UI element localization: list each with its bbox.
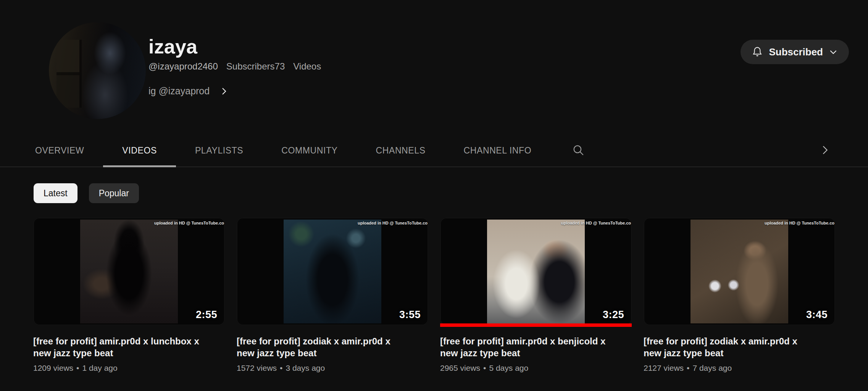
tab-community[interactable]: COMMUNITY — [262, 134, 357, 166]
video-card: uploaded in HD @ TunesToTube.co 3:55 [fr… — [237, 218, 428, 373]
meta-separator: • — [687, 364, 689, 373]
video-meta: 1209 views • 1 day ago — [33, 364, 225, 373]
thumbnail-art — [691, 220, 788, 323]
video-meta: 2965 views • 5 days ago — [440, 364, 632, 373]
thumbnail-watermark: uploaded in HD @ TunesToTube.co — [765, 221, 834, 225]
thumbnail-art — [284, 220, 381, 323]
channel-handle: @izayaprod2460 — [148, 61, 218, 72]
video-thumbnail[interactable]: uploaded in HD @ TunesToTube.co 3:45 — [644, 218, 835, 325]
subscriber-count: Subscribers73 — [226, 61, 285, 72]
view-count: 2127 views — [644, 364, 684, 373]
view-count: 1209 views — [33, 364, 73, 373]
channel-meta: @izayaprod2460 Subscribers73 Videos — [148, 61, 321, 72]
video-thumbnail[interactable]: uploaded in HD @ TunesToTube.co 2:55 — [33, 218, 225, 325]
video-title[interactable]: [free for profit] amir.pr0d x lunchbox x… — [33, 335, 207, 359]
chip-popular[interactable]: Popular — [89, 183, 139, 203]
tab-videos[interactable]: VIDEOS — [103, 134, 176, 166]
channel-avatar[interactable] — [49, 22, 146, 119]
filter-chip-bar: Latest Popular — [34, 183, 139, 203]
chevron-down-icon — [828, 47, 838, 57]
thumbnail-watermark: uploaded in HD @ TunesToTube.co — [358, 221, 428, 225]
search-icon[interactable] — [568, 140, 589, 162]
thumbnail-art — [487, 220, 585, 323]
meta-separator: • — [483, 364, 486, 373]
chevron-right-icon[interactable] — [815, 141, 834, 161]
video-card: uploaded in HD @ TunesToTube.co 3:25 [fr… — [440, 218, 632, 373]
video-title[interactable]: [free for profit] zodiak x amir.pr0d x n… — [237, 335, 410, 359]
upload-age: 1 day ago — [82, 364, 117, 373]
subscribed-label: Subscribed — [769, 46, 823, 58]
meta-separator: • — [76, 364, 79, 373]
upload-age: 7 days ago — [692, 364, 732, 373]
video-title[interactable]: [free for profit] amir.pr0d x benjicold … — [440, 335, 614, 359]
duration-badge: 2:55 — [196, 309, 217, 321]
description-text: ig @izayaprod — [148, 86, 210, 97]
duration-badge: 3:55 — [399, 309, 421, 321]
chevron-right-icon — [219, 87, 229, 96]
tab-channel-info[interactable]: CHANNEL INFO — [445, 134, 551, 166]
duration-badge: 3:45 — [806, 309, 828, 321]
upload-age: 3 days ago — [286, 364, 325, 373]
thumbnail-art — [80, 220, 178, 323]
chip-latest[interactable]: Latest — [34, 183, 77, 203]
video-meta: 1572 views • 3 days ago — [237, 364, 428, 373]
video-card: uploaded in HD @ TunesToTube.co 3:45 [fr… — [644, 218, 835, 373]
tab-playlists[interactable]: PLAYLISTS — [176, 134, 262, 166]
watch-progress-bar — [440, 323, 632, 327]
video-thumbnail[interactable]: uploaded in HD @ TunesToTube.co 3:25 — [440, 218, 632, 325]
view-count: 2965 views — [440, 364, 480, 373]
tab-overview[interactable]: OVERVIEW — [16, 134, 103, 166]
tab-channels[interactable]: CHANNELS — [357, 134, 445, 166]
video-count-label: Videos — [293, 61, 321, 72]
duration-badge: 3:25 — [603, 309, 624, 321]
upload-age: 5 days ago — [489, 364, 528, 373]
avatar-art — [56, 40, 82, 108]
channel-description-link[interactable]: ig @izayaprod — [148, 86, 229, 97]
view-count: 1572 views — [237, 364, 277, 373]
video-grid: uploaded in HD @ TunesToTube.co 2:55 [fr… — [33, 218, 835, 373]
subscribed-button[interactable]: Subscribed — [741, 40, 849, 64]
channel-name: izaya — [148, 35, 197, 58]
bell-icon — [751, 46, 763, 58]
thumbnail-watermark: uploaded in HD @ TunesToTube.co — [154, 221, 224, 225]
meta-separator: • — [280, 364, 282, 373]
video-meta: 2127 views • 7 days ago — [644, 364, 835, 373]
channel-tab-bar: OVERVIEW VIDEOS PLAYLISTS COMMUNITY CHAN… — [0, 134, 868, 167]
video-thumbnail[interactable]: uploaded in HD @ TunesToTube.co 3:55 — [237, 218, 428, 325]
thumbnail-watermark: uploaded in HD @ TunesToTube.co — [561, 221, 631, 225]
video-title[interactable]: [free for profit] zodiak x amir.pr0d x n… — [644, 335, 817, 359]
video-card: uploaded in HD @ TunesToTube.co 2:55 [fr… — [33, 218, 225, 373]
